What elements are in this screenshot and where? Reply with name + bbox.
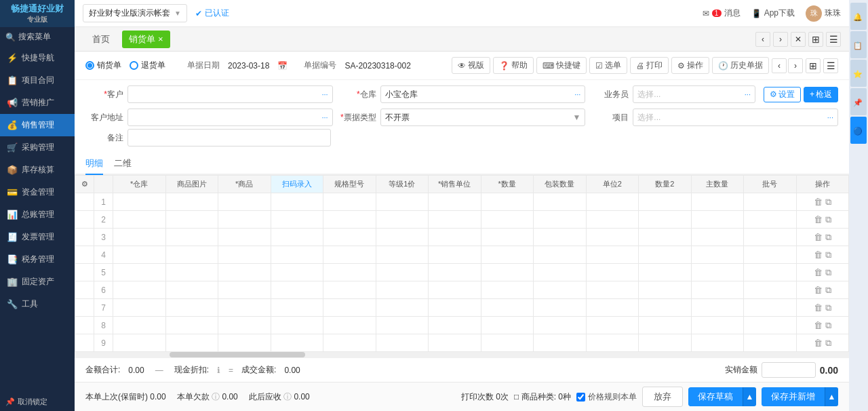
- row-saleunit-cell[interactable]: [429, 299, 481, 317]
- row-qty2-cell[interactable]: [639, 193, 692, 211]
- row-spec-cell[interactable]: [323, 264, 376, 281]
- abandon-btn[interactable]: 放弃: [642, 387, 683, 407]
- sidebar-item-assets[interactable]: 🏢 固定资产: [0, 271, 75, 293]
- row-copy-btn[interactable]: ⧉: [825, 285, 831, 296]
- row-scan-cell[interactable]: [271, 334, 323, 352]
- row-scan-cell[interactable]: [271, 281, 323, 299]
- help-circle-icon[interactable]: ℹ: [217, 366, 220, 375]
- row-product-cell[interactable]: [218, 299, 271, 317]
- btn-select[interactable]: ☑选单: [589, 57, 627, 74]
- price-check-checkbox[interactable]: [576, 393, 585, 402]
- row-delete-btn[interactable]: 🗑: [814, 267, 823, 278]
- row-delete-btn[interactable]: 🗑: [814, 338, 823, 349]
- row-qty2-cell[interactable]: [639, 299, 692, 317]
- row-img-cell[interactable]: [165, 193, 218, 211]
- row-delete-btn[interactable]: 🗑: [814, 302, 823, 313]
- row-spec-cell[interactable]: [323, 193, 376, 211]
- sidebar-item-marketing[interactable]: 📢 营销推广: [0, 92, 75, 114]
- calendar-icon[interactable]: 📅: [277, 61, 288, 71]
- row-spec-cell[interactable]: [323, 299, 376, 317]
- tab-next-btn[interactable]: ›: [773, 32, 788, 47]
- row-product-cell[interactable]: [218, 246, 271, 264]
- row-batch-cell[interactable]: [744, 299, 797, 317]
- row-price1-cell[interactable]: [376, 246, 429, 264]
- row-batch-cell[interactable]: [744, 334, 797, 352]
- row-qty2-cell[interactable]: [639, 281, 692, 299]
- row-price1-cell[interactable]: [376, 264, 429, 281]
- row-mainqty-cell[interactable]: [691, 193, 744, 211]
- row-unit2-cell[interactable]: [586, 334, 639, 352]
- row-copy-btn[interactable]: ⧉: [825, 250, 831, 260]
- row-delete-btn[interactable]: 🗑: [814, 250, 823, 260]
- user-menu[interactable]: 珠 珠珠: [806, 5, 841, 22]
- row-img-cell[interactable]: [165, 264, 218, 281]
- salesperson-input[interactable]: 选择... ···: [633, 85, 755, 103]
- row-scan-cell[interactable]: [271, 299, 323, 317]
- sidebar-item-sales[interactable]: 💰 销售管理: [0, 114, 75, 136]
- search-menu-item[interactable]: 🔍 搜索菜单: [0, 27, 75, 47]
- row-unit2-cell[interactable]: [586, 264, 639, 281]
- row-unit2-cell[interactable]: [586, 229, 639, 246]
- scrollbar-thumb[interactable]: [170, 352, 305, 357]
- row-unit2-cell[interactable]: [586, 193, 639, 211]
- tab-2d[interactable]: 二维: [114, 155, 132, 174]
- btn-ops[interactable]: ⚙操作: [671, 57, 709, 74]
- cancel-fixed-btn[interactable]: 📌 取消锁定: [0, 393, 75, 411]
- radio-return[interactable]: 退货单: [130, 60, 165, 71]
- sidebar-item-tax[interactable]: 📑 税务管理: [0, 248, 75, 271]
- table-scrollbar[interactable]: [75, 352, 849, 357]
- invoice-select[interactable]: 不开票 ▼: [380, 109, 586, 126]
- row-qty-cell[interactable]: [481, 193, 534, 211]
- row-price1-cell[interactable]: [376, 229, 429, 246]
- form-grid-btn[interactable]: ⊞: [806, 58, 821, 73]
- row-img-cell[interactable]: [165, 229, 218, 246]
- warehouse-dots-btn[interactable]: ···: [574, 90, 580, 98]
- row-qty2-cell[interactable]: [639, 229, 692, 246]
- row-batch-cell[interactable]: [744, 246, 797, 264]
- row-spec-cell[interactable]: [323, 317, 376, 334]
- row-warehouse-cell[interactable]: [113, 229, 166, 246]
- row-qty-cell[interactable]: [481, 334, 534, 352]
- tab-home[interactable]: 首页: [83, 29, 119, 50]
- next-receivable-icon[interactable]: ⓘ: [283, 392, 292, 402]
- row-mainqty-cell[interactable]: [691, 334, 744, 352]
- row-warehouse-cell[interactable]: [113, 317, 166, 334]
- row-qty2-cell[interactable]: [639, 317, 692, 334]
- app-download-btn[interactable]: 📱 App下载: [751, 7, 795, 19]
- row-scan-cell[interactable]: [271, 264, 323, 281]
- row-price1-cell[interactable]: [376, 211, 429, 229]
- debt-icon[interactable]: ⓘ: [212, 392, 220, 402]
- btn-view[interactable]: 👁视版: [452, 57, 490, 74]
- row-price1-cell[interactable]: [376, 334, 429, 352]
- address-input[interactable]: ···: [127, 109, 333, 126]
- row-qty-cell[interactable]: [481, 229, 534, 246]
- row-saleunit-cell[interactable]: [429, 211, 481, 229]
- row-mainqty-cell[interactable]: [691, 317, 744, 334]
- sidebar-item-project[interactable]: 📋 项目合同: [0, 69, 75, 92]
- row-qty2-cell[interactable]: [639, 264, 692, 281]
- row-qty-cell[interactable]: [481, 246, 534, 264]
- row-packqty-cell[interactable]: [534, 229, 587, 246]
- row-packqty-cell[interactable]: [534, 193, 587, 211]
- row-qty-cell[interactable]: [481, 281, 534, 299]
- row-saleunit-cell[interactable]: [429, 334, 481, 352]
- tab-detail[interactable]: 明细: [85, 155, 103, 175]
- radio-sale[interactable]: 销货单: [85, 60, 121, 71]
- save-new-dropdown-btn[interactable]: ▲: [825, 387, 838, 406]
- sidebar-item-tools[interactable]: 🔧 工具: [0, 293, 75, 315]
- row-mainqty-cell[interactable]: [691, 211, 744, 229]
- row-batch-cell[interactable]: [744, 211, 797, 229]
- row-saleunit-cell[interactable]: [429, 281, 481, 299]
- row-copy-btn[interactable]: ⧉: [825, 302, 831, 313]
- row-copy-btn[interactable]: ⧉: [825, 232, 831, 243]
- row-saleunit-cell[interactable]: [429, 317, 481, 334]
- row-spec-cell[interactable]: [323, 211, 376, 229]
- row-delete-btn[interactable]: 🗑: [814, 320, 823, 331]
- row-packqty-cell[interactable]: [534, 211, 587, 229]
- address-dots-btn[interactable]: ···: [321, 113, 328, 121]
- row-warehouse-cell[interactable]: [113, 211, 166, 229]
- row-qty2-cell[interactable]: [639, 246, 692, 264]
- customer-dots-btn[interactable]: ···: [321, 90, 328, 98]
- row-warehouse-cell[interactable]: [113, 193, 166, 211]
- row-warehouse-cell[interactable]: [113, 299, 166, 317]
